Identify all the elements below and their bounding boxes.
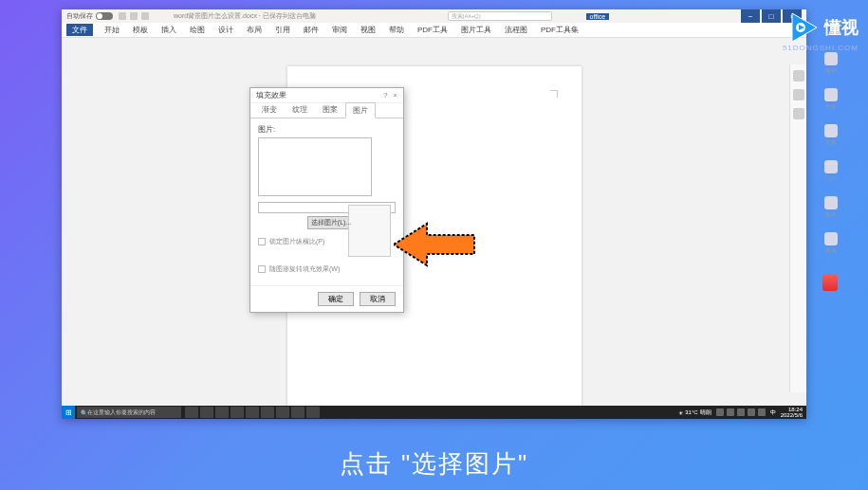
tab-draw[interactable]: 绘图 <box>188 25 207 35</box>
cancel-button[interactable]: 取消 <box>360 292 396 306</box>
tab-pdftool[interactable]: PDF工具 <box>416 25 450 35</box>
portal-icon <box>824 160 838 173</box>
app-icon[interactable] <box>291 407 305 418</box>
network-icon[interactable] <box>748 408 755 416</box>
clock-date: 2022/5/6 <box>781 412 803 418</box>
share-icon <box>824 88 838 101</box>
checkbox-icon[interactable] <box>258 265 266 273</box>
dialog-tab-texture[interactable]: 纹理 <box>285 101 315 118</box>
picture-preview-box <box>258 137 372 196</box>
watermark-brand: 懂视 <box>824 16 859 39</box>
float-item[interactable]: 注释 <box>822 124 840 147</box>
dialog-footer: 确定 取消 <box>250 285 403 312</box>
tray-icon[interactable] <box>737 408 745 416</box>
ime-indicator[interactable]: 中 <box>770 408 776 417</box>
edge-icon[interactable] <box>215 407 229 418</box>
float-item[interactable]: 新手 <box>822 196 840 219</box>
redo-icon[interactable] <box>141 12 149 20</box>
app-icon[interactable] <box>276 407 289 418</box>
tab-layout[interactable]: 布局 <box>245 25 264 35</box>
watermark-logo: 懂视 51DONGSHI.COM <box>788 11 859 44</box>
search-icon: 🔍 <box>81 409 87 416</box>
tab-pictool[interactable]: 图片工具 <box>459 25 493 35</box>
explorer-icon[interactable] <box>200 407 213 418</box>
sidepanel-icon[interactable] <box>793 108 804 119</box>
tab-help[interactable]: 帮助 <box>387 25 406 35</box>
taskbar-search-input[interactable]: 🔍 在这里输入你要搜索的内容 <box>77 407 181 418</box>
float-item[interactable]: 门户 <box>822 160 840 183</box>
picture-label: 图片: <box>258 124 396 135</box>
float-item[interactable]: 微信 <box>822 52 840 75</box>
app-icon[interactable] <box>231 407 244 418</box>
search-input[interactable]: 搜索(Alt+Q) <box>448 11 552 21</box>
taskview-icon[interactable] <box>185 407 198 418</box>
tab-template[interactable]: 模板 <box>131 25 150 35</box>
document-canvas[interactable]: 填充效果 ? × 渐变 纹理 图案 图片 图片: 选择图片(L)... 锁定 <box>62 38 806 406</box>
right-side-panel <box>789 64 806 392</box>
dialog-title: 填充效果 <box>256 90 286 100</box>
volume-icon[interactable] <box>758 408 766 416</box>
lock-aspect-label: 锁定图片纵横比(P) <box>269 237 324 246</box>
tab-pdfset[interactable]: PDF工具集 <box>539 25 581 35</box>
tutorial-caption: 点击 "选择图片" <box>0 447 868 481</box>
tab-file[interactable]: 文件 <box>66 24 93 36</box>
annotation-arrow-icon <box>394 219 479 271</box>
ok-button[interactable]: 确定 <box>318 292 354 306</box>
app-icon[interactable] <box>246 407 259 418</box>
quick-access-toolbar[interactable] <box>119 12 149 20</box>
fill-effects-dialog: 填充效果 ? × 渐变 纹理 图案 图片 图片: 选择图片(L)... 锁定 <box>249 87 404 313</box>
toggle-icon[interactable] <box>96 12 113 20</box>
rotate-fill-row[interactable]: 随图形旋转填充效果(W) <box>258 264 396 274</box>
dialog-tab-pattern[interactable]: 图案 <box>315 101 345 118</box>
sun-icon: ☀ <box>678 409 683 416</box>
tab-mailings[interactable]: 邮件 <box>302 25 321 35</box>
taskbar-clock[interactable]: 18:24 2022/5/6 <box>781 407 803 418</box>
dialog-help-icon[interactable]: ? <box>383 91 387 100</box>
floating-toolbar: 微信 分享 注释 门户 新手 更多 <box>822 52 840 291</box>
taskbar-apps <box>185 407 320 418</box>
dialog-tab-gradient[interactable]: 渐变 <box>254 101 285 118</box>
margin-marker-tr <box>550 90 558 98</box>
float-item[interactable]: 更多 <box>822 232 840 255</box>
float-item[interactable]: 分享 <box>822 88 840 111</box>
dialog-body: 图片: 选择图片(L)... 锁定图片纵横比(P) 随图形旋转填充效果(W) <box>250 118 403 285</box>
office-label: office <box>586 13 610 20</box>
sidepanel-icon[interactable] <box>793 70 804 82</box>
word-window: 自动保存 word背景图片怎么设置.docx · 已保存到这台电脑 搜索(Alt… <box>62 9 806 419</box>
select-picture-button[interactable]: 选择图片(L)... <box>307 216 355 229</box>
checkbox-icon[interactable] <box>258 238 266 245</box>
system-tray: ☀ 31°C 晴朗 中 18:24 2022/5/6 <box>678 407 806 418</box>
tab-flow[interactable]: 流程图 <box>503 25 529 35</box>
red-packet-icon[interactable] <box>822 274 838 291</box>
tab-design[interactable]: 设计 <box>216 25 235 35</box>
start-button[interactable]: ⊞ <box>62 406 75 419</box>
tab-references[interactable]: 引用 <box>273 25 292 35</box>
more-icon <box>824 232 838 245</box>
dialog-tabs: 渐变 纹理 图案 图片 <box>250 103 403 118</box>
ribbon-tabs: 文件 开始 模板 插入 绘图 设计 布局 引用 邮件 审阅 视图 帮助 PDF工… <box>62 23 806 38</box>
tab-home[interactable]: 开始 <box>102 25 121 35</box>
dialog-tab-picture[interactable]: 图片 <box>345 102 376 118</box>
note-icon <box>824 124 838 137</box>
tray-icon[interactable] <box>727 408 734 416</box>
tab-view[interactable]: 视图 <box>359 25 378 35</box>
undo-icon[interactable] <box>130 12 138 20</box>
maximize-button[interactable]: □ <box>762 9 781 23</box>
taskbar-search-placeholder: 在这里输入你要搜索的内容 <box>87 408 156 417</box>
sidepanel-icon[interactable] <box>793 89 804 100</box>
windows-taskbar: ⊞ 🔍 在这里输入你要搜索的内容 ☀ 31°C 晴朗 <box>62 406 806 419</box>
minimize-button[interactable]: − <box>741 9 760 23</box>
tab-review[interactable]: 审阅 <box>330 25 349 35</box>
save-icon[interactable] <box>119 12 126 20</box>
autosave-toggle[interactable]: 自动保存 <box>66 11 113 21</box>
weather-widget[interactable]: ☀ 31°C 晴朗 <box>678 408 711 417</box>
newbie-icon <box>824 196 838 209</box>
app-icon[interactable] <box>261 407 274 418</box>
word-titlebar: 自动保存 word背景图片怎么设置.docx · 已保存到这台电脑 搜索(Alt… <box>62 9 806 23</box>
word-app-icon[interactable] <box>306 407 320 418</box>
tab-insert[interactable]: 插入 <box>159 25 178 35</box>
watermark-url: 51DONGSHI.COM <box>783 44 859 52</box>
dialog-close-icon[interactable]: × <box>393 91 397 100</box>
weather-temp: 31°C <box>685 409 697 415</box>
tray-icon[interactable] <box>716 408 724 416</box>
